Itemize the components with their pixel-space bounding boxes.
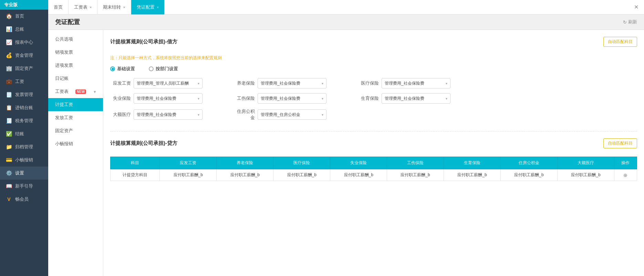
window-close-button[interactable]: ✕ [629,4,644,10]
section1-note: 注：只能选择一种方式，系统将按照您当前的选择来配置规则 [110,55,637,61]
select-injury[interactable]: 管理费用_社会保险费 ▾ [258,93,326,104]
sidebar-item-invoice-management[interactable]: 🗒️ 发票管理 [0,88,48,101]
chevron-down-icon: ▾ [322,82,323,85]
radio-by-dept-dot [149,66,154,71]
col-pension: 养老保险 [217,157,273,169]
add-row-icon[interactable]: ⊕ [623,172,627,178]
left-nav-label: 小畅报销 [55,141,73,147]
sidebar-item-label: 首页 [15,13,24,19]
member-icon: V [6,197,12,202]
tab-voucher-config[interactable]: 凭证配置 × [131,0,165,14]
left-nav-petty-expense[interactable]: 小畅报销 [48,137,103,150]
left-nav-journal[interactable]: 日记账 [48,72,103,85]
radio-basic[interactable]: 基础设置 [110,66,135,72]
left-nav-label: 进项发票 [55,62,73,68]
field-major-medical: 大额医疗 管理费用_社会保险费 ▾ [110,109,227,120]
cell-action[interactable]: ⊕ [614,169,637,181]
sidebar-item-settings[interactable]: ⚙️ 设置 [0,167,48,180]
left-nav-label: 计提工资 [55,102,73,108]
sidebar-item-label: 结账 [15,131,24,137]
label-injury: 工伤保险 [234,95,255,102]
chevron-down-icon: ▾ [446,82,447,85]
tab-period-closing-close[interactable]: × [123,5,125,9]
left-nav-sales-invoice[interactable]: 销项发票 [48,46,103,59]
chevron-down-icon: ▾ [198,82,199,85]
radio-basic-label: 基础设置 [117,66,135,72]
tab-payroll-table[interactable]: 工资表 × [69,0,97,14]
select-maternity[interactable]: 管理费用_社会保险费 ▾ [382,93,450,104]
left-nav-label: 发放工资 [55,115,73,121]
form-row-3: 大额医疗 管理费用_社会保险费 ▾ 住房公积金 管理费用_住房公积金 ▾ [110,108,637,121]
select-pension-value: 管理费用_社会保险费 [261,81,322,86]
tab-bar: 首页 工资表 × 期末结转 × 凭证配置 × ✕ [48,0,644,14]
refresh-button[interactable]: ↻ 刷新 [623,19,637,25]
select-applied-salary[interactable]: 管理费用_管理人员职工薪酬 ▾ [134,78,202,88]
cell-maternity: 应付职工薪酬_b [444,169,501,181]
col-maternity: 生育保险 [444,157,501,169]
tab-home[interactable]: 首页 [48,0,69,14]
left-nav-fixed-assets[interactable]: 固定资产 [48,124,103,137]
sidebar-item-fixed-assets[interactable]: 🏢 固定资产 [0,62,48,75]
left-nav-public-options[interactable]: 公共选项 [48,33,103,46]
col-applied-salary: 应发工资 [160,157,217,169]
sidebar-item-tax-management[interactable]: 🧾 税务管理 [0,114,48,127]
left-nav-issue-payroll[interactable]: 发放工资 [48,111,103,124]
sidebar-item-label: 畅会员 [15,196,29,202]
sidebar-item-fund-management[interactable]: 💰 资金管理 [0,49,48,62]
field-unemployment: 失业保险 管理费用_社会保险费 ▾ [110,93,227,104]
label-applied-salary: 应发工资 [110,80,131,86]
tax-icon: 🧾 [6,118,12,124]
sidebar-item-home[interactable]: 🏠 首页 [0,10,48,23]
sidebar: 专业版 🏠 首页 📊 总账 📈 报表中心 💰 资金管理 🏢 固定资产 💼 工资 … [0,0,48,276]
left-nav-purchase-invoice[interactable]: 进项发票 [48,59,103,72]
chevron-down-icon: ▾ [198,113,199,117]
assets-icon: 🏢 [6,65,12,72]
left-nav-accrual-payroll[interactable]: 计提工资 [48,98,103,111]
col-subject: 科目 [111,157,160,169]
select-maternity-value: 管理费用_社会保险费 [385,96,446,102]
section2-header: 计提核算规则(公司承担)-贷方 自动匹配科目 [110,138,637,152]
sidebar-item-report-center[interactable]: 📈 报表中心 [0,36,48,49]
field-maternity: 生育保险 管理费用_社会保险费 ▾ [358,93,475,104]
select-pension[interactable]: 管理费用_社会保险费 ▾ [258,78,326,88]
table-row: 计提贷方科目 应付职工薪酬_b 应付职工薪酬_b 应付职工薪酬_b 应付职工薪酬… [111,169,637,181]
sidebar-item-archive[interactable]: 📁 归档管理 [0,140,48,153]
content-area: 公共选项 销项发票 进项发票 日记账 工资表 NEW ▾ 计提工资 发放工资 [48,30,644,276]
auto-match-credit-button[interactable]: 自动匹配科目 [603,138,637,148]
sidebar-item-member[interactable]: V 畅会员 [0,193,48,206]
select-applied-salary-value: 管理费用_管理人员职工薪酬 [137,81,198,86]
select-unemployment[interactable]: 管理费用_社会保险费 ▾ [134,93,202,104]
radio-basic-dot [110,66,115,71]
sidebar-item-payroll[interactable]: 💼 工资 [0,75,48,88]
home-icon: 🏠 [6,13,12,19]
sidebar-item-closing[interactable]: ✅ 结账 [0,127,48,140]
sidebar-item-general-ledger[interactable]: 📊 总账 [0,23,48,36]
invoice-icon: 🗒️ [6,92,12,98]
sidebar-item-label: 总账 [15,26,24,32]
radio-by-dept[interactable]: 按部门设置 [149,66,178,72]
sidebar-item-label: 新手引导 [15,183,33,189]
cell-subject: 计提贷方科目 [111,169,160,181]
fund-icon: 💰 [6,52,12,59]
section1-title: 计提核算规则(公司承担)-借方 [110,39,177,45]
tab-voucher-config-close[interactable]: × [157,5,159,9]
sidebar-item-mini-expense[interactable]: 💳 小畅报销 [0,153,48,167]
sidebar-item-label: 发票管理 [15,92,33,98]
select-medical[interactable]: 管理费用_社会保险费 ▾ [382,78,450,88]
settings-icon: ⚙️ [6,170,12,176]
tab-payroll-table-close[interactable]: × [90,5,92,9]
select-housing-fund[interactable]: 管理费用_住房公积金 ▾ [258,109,326,120]
sidebar-item-label: 小畅报销 [15,157,33,163]
col-major-medical: 大额医疗 [557,157,614,169]
sidebar-item-label: 设置 [15,170,24,176]
left-nav-label: 日记账 [55,75,69,82]
tab-period-closing[interactable]: 期末结转 × [97,0,131,14]
auto-match-debit-button[interactable]: 自动匹配科目 [603,37,637,47]
left-nav-payroll-table[interactable]: 工资表 NEW ▾ [48,85,103,98]
sidebar-item-sales-ledger[interactable]: 📋 进销台账 [0,101,48,114]
label-medical: 医疗保险 [358,80,379,86]
sidebar-item-new-guide[interactable]: 📖 新手引导 [0,180,48,193]
select-major-medical[interactable]: 管理费用_社会保险费 ▾ [134,109,202,120]
table-header-row: 科目 应发工资 养老保险 医疗保险 失业保险 工伤保险 生育保险 住房公积金 大… [111,157,637,169]
tab-home-label: 首页 [54,4,63,10]
